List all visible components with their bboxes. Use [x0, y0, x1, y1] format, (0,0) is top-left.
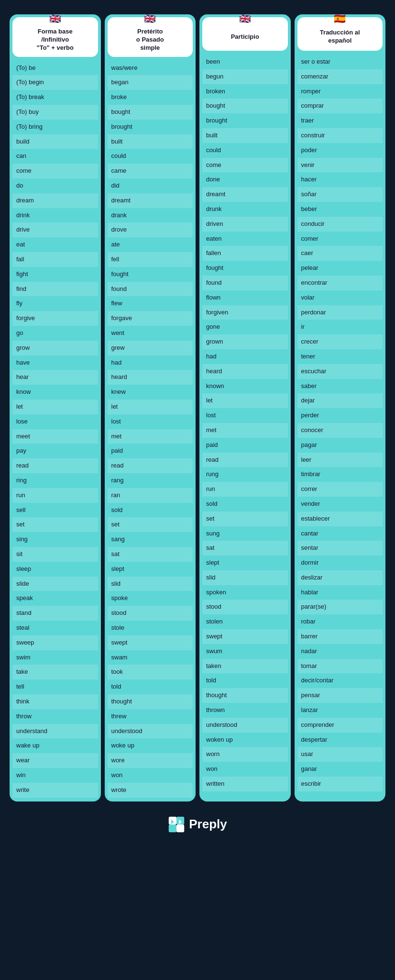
table-row: built — [202, 128, 288, 143]
table-row: ate — [108, 237, 193, 252]
table-row: set — [202, 512, 288, 526]
table-row: timbrar — [297, 467, 383, 482]
table-row: (To) buy — [12, 105, 98, 120]
table-row: thought — [202, 688, 288, 703]
flag-preterite: 🇬🇧 — [144, 14, 156, 25]
table-row: sold — [108, 503, 193, 518]
table-row: bought — [202, 99, 288, 113]
table-row: stand — [12, 606, 98, 621]
table-row: done — [202, 172, 288, 187]
table-row: broken — [202, 84, 288, 99]
table-row: ran — [108, 488, 193, 503]
cells-spanish: ser o estarcomenzarrompercomprartraercon… — [295, 51, 386, 795]
table-row: let — [202, 393, 288, 408]
table-row: crecer — [297, 334, 383, 349]
table-row: steal — [12, 621, 98, 635]
table-row: hacer — [297, 172, 383, 187]
table-row: told — [108, 679, 193, 694]
table-row: encontrar — [297, 276, 383, 290]
table-row: stolen — [202, 614, 288, 629]
table-row: comenzar — [297, 69, 383, 84]
preply-icon — [168, 816, 185, 833]
header-text-participle: Participio — [231, 33, 259, 41]
table-row: vender — [297, 497, 383, 512]
table-row: slid — [202, 570, 288, 585]
table-row: rung — [202, 467, 288, 482]
table-row: knew — [108, 385, 193, 400]
table-row: fell — [108, 252, 193, 267]
table-row: lose — [12, 414, 98, 429]
verb-table: 🇬🇧Forma base /Infinitivo "To" + verbo(To… — [10, 14, 385, 802]
column-base: 🇬🇧Forma base /Infinitivo "To" + verbo(To… — [10, 14, 101, 802]
table-row: usar — [297, 747, 383, 762]
table-row: forgive — [12, 311, 98, 326]
table-row: wear — [12, 753, 98, 768]
table-row: pay — [12, 444, 98, 458]
table-row: think — [12, 694, 98, 709]
table-row: stole — [108, 621, 193, 635]
table-row: tell — [12, 679, 98, 694]
table-row: eaten — [202, 232, 288, 246]
table-row: ganar — [297, 762, 383, 777]
table-row: take — [12, 665, 98, 679]
table-row: grown — [202, 334, 288, 349]
table-row: won — [108, 768, 193, 783]
table-row: did — [108, 178, 193, 193]
table-row: robar — [297, 614, 383, 629]
table-row: find — [12, 282, 98, 297]
table-row: speak — [12, 591, 98, 606]
table-row: swept — [108, 635, 193, 650]
table-row: read — [12, 458, 98, 473]
table-row: saber — [297, 379, 383, 394]
header-spanish: 🇪🇸Traducción al español — [297, 17, 383, 51]
table-row: throw — [12, 709, 98, 724]
table-row: sang — [108, 532, 193, 547]
table-row: had — [202, 349, 288, 364]
table-row: sit — [12, 547, 98, 562]
column-spanish: 🇪🇸Traducción al españolser o estarcomenz… — [295, 14, 386, 802]
flag-base: 🇬🇧 — [49, 14, 61, 25]
table-row: drink — [12, 208, 98, 223]
table-row: run — [12, 488, 98, 503]
table-row: met — [202, 423, 288, 438]
table-row: decir/contar — [297, 673, 383, 688]
table-row: heard — [202, 364, 288, 379]
table-row: set — [12, 517, 98, 532]
table-row: grew — [108, 341, 193, 356]
table-row: paid — [202, 438, 288, 453]
table-row: spoke — [108, 591, 193, 606]
table-row: hablar — [297, 585, 383, 600]
table-row: build — [12, 134, 98, 149]
flag-spanish: 🇪🇸 — [334, 14, 346, 25]
table-row: swam — [108, 650, 193, 665]
table-row: sing — [12, 532, 98, 547]
table-row: come — [12, 164, 98, 178]
table-row: took — [108, 665, 193, 679]
table-row: come — [202, 158, 288, 173]
table-row: escuchar — [297, 364, 383, 379]
footer-logo: Preply — [168, 816, 227, 833]
table-row: forgiven — [202, 305, 288, 320]
table-row: swim — [12, 650, 98, 665]
table-row: built — [108, 134, 193, 149]
table-row: found — [108, 282, 193, 297]
table-row: lanzar — [297, 703, 383, 718]
table-row: meet — [12, 429, 98, 444]
table-row: stood — [202, 600, 288, 614]
table-row: swept — [202, 629, 288, 644]
table-row: do — [12, 178, 98, 193]
table-row: brought — [202, 113, 288, 128]
table-row: escribir — [297, 777, 383, 791]
table-row: fought — [108, 267, 193, 282]
table-row: drive — [12, 223, 98, 237]
svg-rect-2 — [169, 824, 176, 832]
table-row: lost — [202, 408, 288, 423]
table-row: go — [12, 326, 98, 341]
column-preterite: 🇬🇧Pretérito o Pasado simplewas/werebegan… — [105, 14, 196, 802]
table-row: sat — [202, 541, 288, 556]
table-row: ir — [297, 320, 383, 334]
flag-participle: 🇬🇧 — [239, 14, 251, 25]
table-row: (To) begin — [12, 75, 98, 90]
table-row: ser o estar — [297, 55, 383, 69]
table-row: sell — [12, 503, 98, 518]
